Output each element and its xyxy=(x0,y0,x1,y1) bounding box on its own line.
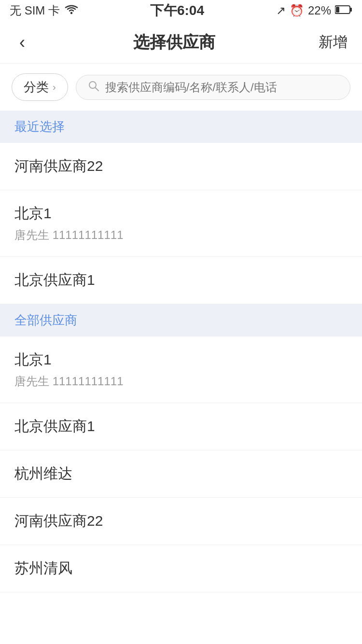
list-item[interactable]: 苏州清风 xyxy=(0,545,362,592)
filter-bar: 分类 › xyxy=(0,64,362,111)
item-name: 北京供应商1 xyxy=(14,417,348,436)
battery-text: 22% xyxy=(308,4,331,17)
location-icon: ↗ xyxy=(276,4,286,17)
item-sub: 唐先生 11111111111 xyxy=(14,374,348,389)
search-icon xyxy=(88,80,99,95)
battery-icon xyxy=(335,4,352,17)
sim-status: 无 SIM 卡 xyxy=(10,3,60,18)
list-item[interactable]: 杭州维达 xyxy=(0,450,362,498)
add-button[interactable]: 新增 xyxy=(319,32,348,52)
svg-rect-2 xyxy=(350,8,352,12)
search-input[interactable] xyxy=(105,81,338,94)
item-name: 杭州维达 xyxy=(14,464,348,484)
list-item[interactable]: 北京供应商1 xyxy=(0,257,362,304)
category-button[interactable]: 分类 › xyxy=(12,73,68,101)
list-item[interactable]: 河南供应商22 xyxy=(0,143,362,190)
back-button[interactable]: ‹ xyxy=(14,28,30,57)
item-name: 河南供应商22 xyxy=(14,511,348,531)
page-title: 选择供应商 xyxy=(133,31,215,54)
item-name: 北京供应商1 xyxy=(14,270,348,290)
svg-line-5 xyxy=(95,87,98,91)
item-name: 苏州清风 xyxy=(14,559,348,578)
category-label: 分类 xyxy=(24,79,49,96)
all-list: 北京1 唐先生 11111111111 北京供应商1 杭州维达 河南供应商22 … xyxy=(0,336,362,592)
status-right: ↗ ⏰ 22% xyxy=(276,4,352,17)
recent-list: 河南供应商22 北京1 唐先生 11111111111 北京供应商1 xyxy=(0,143,362,304)
list-item[interactable]: 北京1 唐先生 11111111111 xyxy=(0,336,362,403)
nav-bar: ‹ 选择供应商 新增 xyxy=(0,21,362,64)
alarm-icon: ⏰ xyxy=(290,4,304,17)
item-name: 北京1 xyxy=(14,350,348,370)
svg-point-0 xyxy=(70,12,72,14)
list-item[interactable]: 北京供应商1 xyxy=(0,403,362,450)
search-box[interactable] xyxy=(76,75,350,100)
item-sub: 唐先生 11111111111 xyxy=(14,227,348,243)
list-item[interactable]: 河南供应商22 xyxy=(0,498,362,545)
svg-rect-3 xyxy=(336,7,339,13)
all-section-header: 全部供应商 xyxy=(0,304,362,336)
item-name: 河南供应商22 xyxy=(14,156,348,176)
recent-section-header: 最近选择 xyxy=(0,111,362,143)
chevron-right-icon: › xyxy=(53,82,56,93)
list-item[interactable]: 北京1 唐先生 11111111111 xyxy=(0,190,362,257)
status-left: 无 SIM 卡 xyxy=(10,3,78,18)
status-time: 下午6:04 xyxy=(150,1,204,20)
wifi-icon xyxy=(65,4,78,17)
status-bar: 无 SIM 卡 下午6:04 ↗ ⏰ 22% xyxy=(0,0,362,21)
item-name: 北京1 xyxy=(14,204,348,224)
